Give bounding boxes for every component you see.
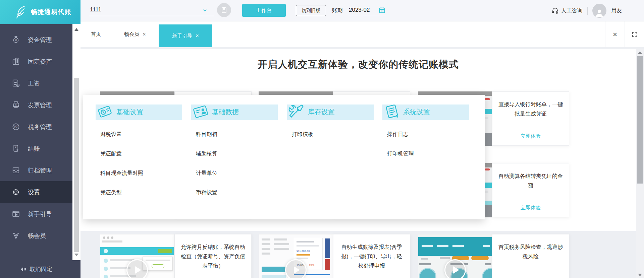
video-card-reports: 自动生成账簿及报表(含季报)，一键打印、导出，轻松处理申报 xyxy=(333,234,410,278)
scroll-down-arrow[interactable] xyxy=(74,254,78,256)
menu-item-measure-units[interactable]: 计量单位 xyxy=(196,170,273,177)
video-card-closing-check: 允许跨月反结账，系统自动检查（凭证断号、资产负债表平衡） xyxy=(174,234,252,278)
support-label: 人工咨询 xyxy=(561,7,583,14)
menu-item-opening-balances[interactable]: 科目期初 xyxy=(196,131,273,138)
menu-item-cashflow-mapping[interactable]: 科目现金流量对照 xyxy=(100,170,177,177)
unpin-label: 取消固定 xyxy=(30,265,52,273)
try-now-link[interactable]: 立即体验 xyxy=(521,133,541,139)
video-card-text: 首页税务风险检查，规避涉税风险 xyxy=(498,242,564,261)
video-thumbnail-tax-risk[interactable] xyxy=(418,234,492,278)
money-bag-icon: ¥ xyxy=(11,35,20,44)
settings-menu-header: ¥ 基础设置 xyxy=(96,105,182,120)
sidebar-item-membership[interactable]: 畅会员 xyxy=(0,225,72,247)
sidebar-item-guide[interactable]: 新手引导 xyxy=(0,203,72,225)
avatar[interactable] xyxy=(592,4,606,18)
menu-item-voucher-config[interactable]: 凭证配置 xyxy=(100,150,177,157)
page-title: 开启人机交互新体验，改变你的传统记账模式 xyxy=(80,58,636,71)
sidebar-nav: ¥ 资金管理 固定资产 工资 ¥ 发票管理 税 税务管理 ¥ 结账 xyxy=(0,24,72,260)
tab-label: 首页 xyxy=(91,31,101,38)
live-support-button[interactable]: 人工咨询 xyxy=(551,7,583,14)
company-select[interactable]: 1111 xyxy=(89,4,214,16)
salary-icon xyxy=(11,79,20,88)
sidebar-item-label: 归档管理 xyxy=(28,166,52,175)
try-now-link[interactable]: 立即体验 xyxy=(521,205,541,211)
logo-text: 畅捷通易代账 xyxy=(31,8,71,16)
sidebar-scrollbar-thumb[interactable] xyxy=(74,78,79,252)
tab-member[interactable]: 畅会员 × xyxy=(111,21,159,47)
period-label: 账期 xyxy=(332,7,343,14)
tab-guide[interactable]: 新手引导 × xyxy=(159,24,212,47)
menu-item-print-templates[interactable]: 打印模板 xyxy=(292,131,369,138)
settings-menu-column-system: 系统设置 操作日志 打印机管理 xyxy=(382,95,469,219)
main-scrollbar-thumb[interactable] xyxy=(637,56,643,184)
sidebar-item-label: 固定资产 xyxy=(28,58,52,66)
svg-text:¥: ¥ xyxy=(14,145,16,149)
sidebar-item-label: 结账 xyxy=(28,145,40,153)
menu-item-currency-settings[interactable]: 币种设置 xyxy=(196,189,273,196)
sidebar-item-salary[interactable]: 工资 xyxy=(0,72,72,94)
tab-home[interactable]: 首页 xyxy=(80,21,111,47)
sidebar-scrollbar[interactable] xyxy=(72,24,80,260)
switch-old-version-button[interactable]: 切到旧版 xyxy=(296,5,326,16)
sidebar-item-fixed-assets[interactable]: 固定资产 xyxy=(0,51,72,72)
sidebar-item-settings[interactable]: 设置 xyxy=(0,181,72,203)
closing-book-icon: ¥ xyxy=(11,144,20,153)
feature-card-carryover: 自动测算各结转类凭证的金额 立即体验 xyxy=(492,163,569,217)
sidebar-item-invoices[interactable]: ¥ 发票管理 xyxy=(0,94,72,116)
sidebar-item-closing[interactable]: ¥ 结账 xyxy=(0,138,72,159)
video-thumbnail-closing-check[interactable] xyxy=(100,234,174,278)
settings-menu-header: 库存设置 xyxy=(287,105,374,120)
main-scrollbar[interactable] xyxy=(636,49,644,278)
menu-item-fiscal-settings[interactable]: 财税设置 xyxy=(100,131,177,138)
play-button[interactable] xyxy=(444,259,466,278)
feather-logo-icon xyxy=(15,5,28,19)
username[interactable]: 用友 xyxy=(611,7,622,14)
feature-card-text: 自动测算各结转类凭证的金额 xyxy=(498,171,564,190)
svg-text:¥: ¥ xyxy=(15,38,17,42)
unpin-sidebar-button[interactable]: 取消固定 xyxy=(0,260,80,278)
unpin-icon xyxy=(19,266,27,273)
period-picker[interactable]: 2023-02 xyxy=(348,4,386,16)
sidebar-item-tax[interactable]: 税 税务管理 xyxy=(0,116,72,138)
close-tab-icon[interactable]: × xyxy=(605,21,625,47)
calendar-icon xyxy=(378,6,386,14)
top-header: 1111 工作台 切到旧版 账期 2023-02 人工咨询 xyxy=(0,0,644,21)
svg-text:税: 税 xyxy=(14,125,18,129)
video-card-text: 允许跨月反结账，系统自动检查（凭证断号、资产负债表平衡） xyxy=(180,242,246,271)
chevron-down-icon xyxy=(202,7,208,13)
svg-text:¥: ¥ xyxy=(15,103,17,107)
sidebar-item-label: 工资 xyxy=(28,79,40,87)
app-logo: 畅捷通易代账 xyxy=(0,0,80,24)
scroll-up-arrow[interactable] xyxy=(74,28,78,31)
tab-close-icon[interactable]: × xyxy=(143,31,146,38)
play-button[interactable] xyxy=(285,259,307,278)
sidebar-item-label: 新手引导 xyxy=(28,210,52,218)
video-card-text: 自动生成账簿及报表(含季报)，一键打印、导出，轻松处理申报 xyxy=(339,242,405,271)
tab-close-icon[interactable]: × xyxy=(196,33,199,39)
scroll-down-arrow[interactable] xyxy=(638,274,642,276)
settings-menu-title: 库存设置 xyxy=(308,108,335,117)
id-card-icon xyxy=(192,103,209,120)
workbench-button[interactable]: 工作台 xyxy=(242,4,286,17)
feature-card-bank-import: 直接导入银行对账单，一键批量生成凭证 立即体验 xyxy=(492,91,569,146)
menu-item-operation-log[interactable]: 操作日志 xyxy=(387,131,464,138)
clipboard-icon[interactable] xyxy=(217,3,231,17)
sidebar-item-funds[interactable]: ¥ 资金管理 xyxy=(0,29,72,51)
app-window: 1111 工作台 切到旧版 账期 2023-02 人工咨询 xyxy=(0,0,644,278)
headset-icon xyxy=(551,7,559,14)
video-guide-icon xyxy=(11,209,20,218)
sidebar-item-label: 资金管理 xyxy=(28,36,52,44)
play-button[interactable] xyxy=(126,259,148,278)
tab-bar: 首页 畅会员 × 新手引导 × × xyxy=(80,21,644,47)
period-value: 2023-02 xyxy=(349,7,370,13)
archive-icon xyxy=(11,166,20,175)
main-content: 开启人机交互新体验，改变你的传统记账模式 xyxy=(80,47,644,278)
menu-item-auxiliary-accounting[interactable]: 辅助核算 xyxy=(196,150,273,157)
video-thumbnail-reports[interactable]: ¥11,300.00 13.00x 75% xyxy=(259,234,333,278)
notepad-icon xyxy=(383,103,400,120)
fullscreen-icon[interactable] xyxy=(625,21,644,47)
menu-item-printer-management[interactable]: 打印机管理 xyxy=(387,150,464,157)
sidebar-item-archive[interactable]: 归档管理 xyxy=(0,159,72,181)
menu-item-voucher-types[interactable]: 凭证类型 xyxy=(100,189,177,196)
scroll-up-arrow[interactable] xyxy=(638,51,642,54)
